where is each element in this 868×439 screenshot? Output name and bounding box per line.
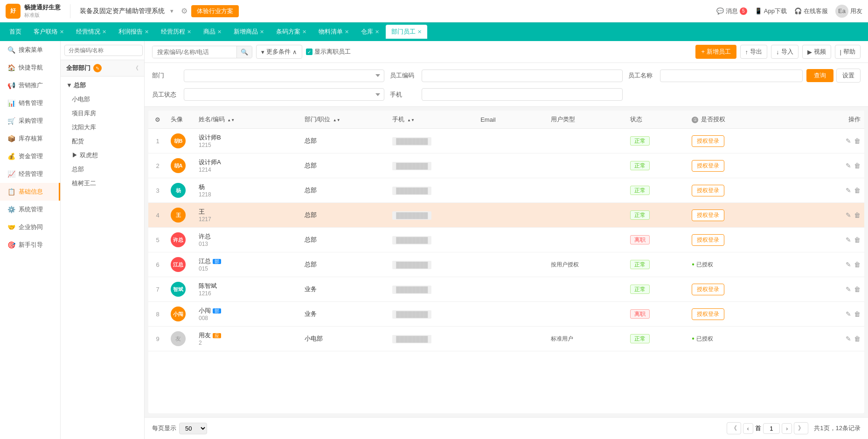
last-page-btn[interactable]: 》 [794, 422, 808, 434]
prev-page-btn[interactable]: ‹ [743, 423, 753, 434]
tab-profit[interactable]: 利润报告✕ [113, 25, 154, 39]
dept-edit-icon[interactable]: ✎ [93, 64, 102, 72]
search-input[interactable] [153, 46, 236, 58]
auth-login-btn[interactable]: 授权登录 [692, 284, 724, 295]
tab-profit-close[interactable]: ✕ [145, 29, 149, 35]
auth-login-btn[interactable]: 授权登录 [692, 185, 724, 196]
search-btn[interactable]: 🔍 [236, 46, 252, 58]
tab-customer[interactable]: 客户联络✕ [28, 25, 69, 39]
filter-empname-input[interactable] [660, 70, 803, 82]
dept-node-project[interactable]: 项目库房 [61, 106, 144, 120]
page-input[interactable] [763, 423, 780, 434]
tab-goods[interactable]: 商品✕ [198, 25, 227, 39]
dept-node-peihuo[interactable]: 配货 [61, 134, 144, 148]
sidebar-item-sales[interactable]: 📊 销售管理 [0, 94, 60, 112]
more-filter-btn[interactable]: ▾ 更多条件 ∧ [256, 45, 302, 59]
message-btn[interactable]: 💬 消息 5 [716, 7, 747, 15]
dept-node-sy[interactable]: 沈阳大库 [61, 120, 144, 134]
edit-icon[interactable]: ✎ [846, 187, 851, 194]
tab-customer-close[interactable]: ✕ [60, 29, 64, 35]
edit-icon[interactable]: ✎ [846, 211, 851, 219]
edit-icon[interactable]: ✎ [846, 286, 851, 293]
search-query-btn[interactable]: 查询 [806, 69, 833, 82]
name-sort-icon[interactable]: ▲▼ [227, 118, 235, 122]
dept-node-zongbu[interactable]: 总部 [61, 162, 144, 176]
sidebar-item-finance[interactable]: 💰 资金管理 [0, 147, 60, 165]
show-left-staff-toggle[interactable]: ✓ 显示离职员工 [306, 48, 351, 56]
edit-icon[interactable]: ✎ [846, 236, 851, 244]
tab-new-goods[interactable]: 新增商品✕ [228, 25, 270, 39]
sidebar-item-inventory[interactable]: 📦 库存核算 [0, 130, 60, 147]
dept-search-input[interactable] [64, 45, 143, 56]
phone-sort-icon[interactable]: ▲▼ [407, 118, 415, 122]
auth-login-btn[interactable]: 授权登录 [692, 234, 724, 246]
edit-icon[interactable]: ✎ [846, 261, 851, 268]
tab-barcode-close[interactable]: ✕ [302, 29, 306, 35]
try-btn[interactable]: 体验行业方案 [191, 5, 239, 17]
tab-dept-staff-close[interactable]: ✕ [417, 29, 422, 35]
sidebar-item-basic[interactable]: 📋 基础信息 [0, 183, 60, 201]
filter-empcode-input[interactable] [422, 70, 622, 82]
dept-collapse-btn[interactable]: 《 [133, 64, 139, 72]
sidebar-item-system[interactable]: ⚙️ 系统管理 [0, 201, 60, 218]
dept-node-shuanghu[interactable]: ▶ 双虎想 [61, 148, 144, 162]
settings-icon[interactable]: ⚙ [181, 7, 187, 15]
tab-history-close[interactable]: ✕ [187, 29, 191, 35]
next-page-btn[interactable]: › [782, 423, 792, 434]
delete-icon[interactable]: 🗑 [854, 162, 861, 169]
delete-icon[interactable]: 🗑 [854, 286, 861, 293]
auth-login-btn[interactable]: 授权登录 [692, 160, 724, 172]
dept-node-xbd[interactable]: 小电部 [61, 92, 144, 106]
import-btn[interactable]: ↓ 导入 [771, 45, 799, 59]
delete-icon[interactable]: 🗑 [854, 137, 861, 145]
per-page-select[interactable]: 50 100 [179, 423, 207, 434]
tab-history[interactable]: 经营历程✕ [155, 25, 197, 39]
delete-icon[interactable]: 🗑 [854, 335, 861, 342]
sidebar-item-nav[interactable]: 🏠 快捷导航 [0, 59, 60, 77]
delete-icon[interactable]: 🗑 [854, 261, 861, 268]
edit-icon[interactable]: ✎ [846, 162, 851, 169]
first-page-btn[interactable]: 《 [727, 422, 741, 434]
reset-btn[interactable]: 设置 [836, 69, 861, 83]
auth-login-btn[interactable]: 授权登录 [692, 308, 724, 320]
tab-new-goods-close[interactable]: ✕ [260, 29, 264, 35]
delete-icon[interactable]: 🗑 [854, 310, 861, 318]
auth-login-btn[interactable]: 授权登录 [692, 209, 724, 221]
app-download-btn[interactable]: 📱 App下载 [755, 7, 787, 15]
tab-bom[interactable]: 物料清单✕ [313, 25, 354, 39]
edit-icon[interactable]: ✎ [846, 335, 851, 342]
tab-warehouse[interactable]: 仓库✕ [355, 25, 385, 39]
tab-bom-close[interactable]: ✕ [345, 29, 349, 35]
auth-login-btn[interactable]: 授权登录 [692, 135, 724, 147]
edit-icon[interactable]: ✎ [846, 310, 851, 318]
filter-phone-input[interactable] [422, 88, 622, 101]
add-employee-btn[interactable]: + 新增员工 [695, 45, 736, 59]
tab-home[interactable]: 首页 [4, 25, 27, 39]
show-left-checkbox[interactable]: ✓ [306, 49, 312, 55]
tab-operation-close[interactable]: ✕ [102, 29, 106, 35]
tab-barcode[interactable]: 条码方案✕ [271, 25, 312, 39]
tab-operation[interactable]: 经营情况✕ [70, 25, 112, 39]
sidebar-item-guide[interactable]: 🎯 新手引导 [0, 236, 60, 254]
filter-dept-select[interactable] [184, 70, 384, 82]
sidebar-item-purchase[interactable]: 🛒 采购管理 [0, 112, 60, 130]
col-settings[interactable]: ⚙ [148, 111, 167, 129]
col-dept[interactable]: 部门/职位 ▲▼ [301, 111, 389, 129]
delete-icon[interactable]: 🗑 [854, 211, 861, 219]
sidebar-item-search[interactable]: 🔍 搜索菜单 [0, 41, 60, 59]
col-phone[interactable]: 手机 ▲▼ [389, 111, 477, 129]
col-name[interactable]: 姓名/编码 ▲▼ [195, 111, 301, 129]
filter-status-select[interactable] [184, 88, 384, 101]
tab-goods-close[interactable]: ✕ [217, 29, 222, 35]
tab-warehouse-close[interactable]: ✕ [375, 29, 379, 35]
dept-node-zhishu[interactable]: 植树王二 [61, 176, 144, 190]
delete-icon[interactable]: 🗑 [854, 187, 861, 194]
export-btn[interactable]: ↑ 导出 [740, 45, 768, 59]
tab-dept-staff[interactable]: 部门员工✕ [386, 25, 427, 39]
view-btn[interactable]: ▶ 视频 [802, 45, 831, 59]
sidebar-item-marketing[interactable]: 📢 营销推广 [0, 77, 60, 94]
sidebar-item-business[interactable]: 📈 经营管理 [0, 165, 60, 183]
dept-node-total[interactable]: ▼ 总部 [61, 78, 144, 92]
edit-icon[interactable]: ✎ [846, 137, 851, 145]
online-service-btn[interactable]: 🎧 在线客服 [794, 7, 828, 15]
